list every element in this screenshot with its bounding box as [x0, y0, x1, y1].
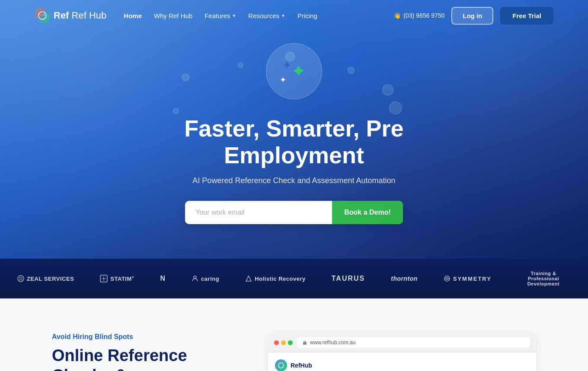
browser-dots	[274, 340, 293, 345]
bubble-decoration	[348, 67, 355, 74]
chevron-down-icon: ▼	[232, 13, 236, 18]
nav-links: Home Why Ref Hub Features ▼ Resources ▼ …	[124, 12, 393, 19]
bubble-decoration	[182, 73, 189, 81]
browser-mockup: www.refhub.com.au RefHub	[268, 333, 536, 371]
logo-icon	[35, 8, 50, 23]
svg-point-5	[194, 276, 196, 279]
dot-yellow	[281, 340, 286, 345]
logos-track: ZEAL SERVICES STATIM+ N caring Holistic …	[0, 271, 588, 286]
logo-statim: STATIM+	[100, 275, 134, 282]
logo-n: N	[160, 275, 166, 282]
logo-training: Training & Professional Development	[518, 271, 569, 286]
bubble-decoration	[238, 63, 243, 68]
navigation: Ref Ref Hub Home Why Ref Hub Features ▼ …	[0, 0, 588, 31]
chevron-down-icon: ▼	[281, 13, 285, 18]
bubble-decoration	[199, 125, 203, 130]
nav-resources[interactable]: Resources ▼	[248, 12, 285, 19]
phone-number: 👋 (03) 9656 9750	[393, 12, 444, 19]
browser-content: RefHub	[268, 352, 536, 371]
logos-strip: ZEAL SERVICES STATIM+ N caring Holistic …	[0, 259, 588, 298]
app-logo-small	[275, 359, 287, 371]
sparkle-small-icon: ✦	[282, 60, 292, 71]
nav-why[interactable]: Why Ref Hub	[154, 12, 192, 19]
logo-holistic: Holistic Recovery	[245, 275, 306, 282]
nav-features[interactable]: Features ▼	[205, 12, 236, 19]
hero-subtitle: AI Powered Reference Check and Assessmen…	[192, 176, 395, 185]
svg-point-8	[278, 363, 284, 368]
hero-title: Faster, Smarter, Pre Employment	[121, 115, 467, 168]
nav-home[interactable]: Home	[124, 12, 142, 19]
app-name-in-browser: RefHub	[291, 362, 312, 369]
nav-pricing[interactable]: Pricing	[297, 12, 317, 19]
lock-icon	[302, 340, 307, 345]
below-hero-text: Avoid Hiring Blind Spots Online Referenc…	[52, 333, 233, 371]
email-input[interactable]	[185, 201, 332, 224]
logo-taurus: TAURUS	[332, 275, 365, 282]
nav-right: 👋 (03) 9656 9750 Log in Free Trial	[393, 7, 553, 25]
hero-section: ✦ ✦ ✦ Faster, Smarter, Pre Employment AI…	[0, 0, 588, 259]
sparkle-tiny-icon: ✦	[280, 76, 286, 84]
hero-email-form: Book a Demo!	[185, 201, 403, 224]
phone-emoji: 👋	[393, 12, 401, 19]
free-trial-button[interactable]: Free Trial	[500, 7, 553, 25]
login-button[interactable]: Log in	[451, 7, 493, 25]
svg-point-2	[43, 13, 45, 16]
svg-rect-7	[303, 342, 307, 345]
section-tag: Avoid Hiring Blind Spots	[52, 333, 233, 341]
logo-zeal: ZEAL SERVICES	[17, 275, 74, 282]
svg-point-1	[39, 13, 42, 16]
browser-chrome: www.refhub.com.au	[268, 333, 536, 352]
logo-thornton: thornton	[391, 275, 418, 282]
logo[interactable]: Ref Ref Hub	[35, 8, 106, 23]
bubble-decoration	[382, 84, 393, 95]
sparkle-big-icon: ✦	[291, 62, 306, 80]
hero-icon-circle: ✦ ✦ ✦	[266, 43, 322, 99]
bubble-decoration	[389, 101, 402, 114]
book-demo-button[interactable]: Book a Demo!	[332, 201, 403, 224]
bubble-decoration	[173, 108, 179, 114]
browser-address-bar: www.refhub.com.au	[297, 337, 530, 348]
sparkle-graphic: ✦ ✦ ✦	[279, 56, 309, 86]
dot-green	[288, 340, 293, 345]
logo-text: Ref Ref Hub	[54, 10, 106, 21]
logo-symmetry: SYMMETRY	[444, 275, 492, 282]
below-hero-section: Avoid Hiring Blind Spots Online Referenc…	[0, 298, 588, 371]
section-title: Online ReferenceChecks &	[52, 346, 233, 371]
dot-red	[274, 340, 279, 345]
logo-caring: caring	[192, 275, 219, 282]
